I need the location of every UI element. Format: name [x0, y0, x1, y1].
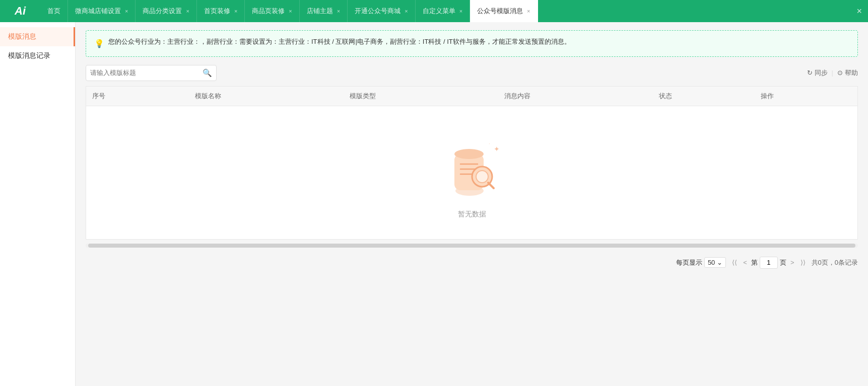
main-layout: 模版消息模版消息记录 💡 您的公众号行业为：主营行业：，副营行业：需要设置为：主…: [0, 22, 868, 386]
nav-tab-close-wechat-mall[interactable]: ×: [405, 8, 408, 14]
sync-button[interactable]: ↻ 同步: [807, 68, 828, 78]
search-input-wrap: 🔍: [86, 65, 217, 81]
nav-tab-category[interactable]: 商品分类设置×: [136, 0, 196, 22]
toolbar-divider: |: [832, 69, 833, 76]
empty-illustration: ✦ ·: [439, 136, 505, 202]
scrollbar-thumb[interactable]: [88, 244, 855, 248]
nav-tab-label: 店铺主题: [307, 7, 333, 16]
sidebar: 模版消息模版消息记录: [0, 22, 76, 386]
nav-tab-label: 开通公众号商城: [355, 7, 400, 16]
search-icon[interactable]: 🔍: [203, 68, 212, 78]
col-header-name: 模版名称: [189, 86, 344, 106]
nav-tab-template-msg[interactable]: 公众号模版消息×: [470, 0, 538, 22]
page-size-label: 每页显示: [676, 258, 702, 267]
content-area: 💡 您的公众号行业为：主营行业：，副营行业：需要设置为：主营行业：IT科技 / …: [76, 22, 868, 386]
nav-tab-wechat-mall[interactable]: 开通公众号商城×: [348, 0, 415, 22]
svg-text:✦: ✦: [494, 145, 500, 153]
nav-tab-homepage[interactable]: 首页装修×: [197, 0, 245, 22]
svg-point-7: [476, 171, 488, 183]
last-page-button[interactable]: ⟩⟩: [798, 258, 808, 267]
empty-row: ✦ · 暂无数据: [86, 106, 858, 239]
sync-icon: ↻: [807, 69, 813, 76]
close-all-button[interactable]: ×: [850, 0, 868, 22]
page-size-value: 50: [708, 259, 715, 266]
next-page-button[interactable]: >: [788, 258, 796, 267]
svg-text:·: ·: [489, 141, 490, 146]
notice-text: 您的公众号行业为：主营行业：，副营行业：需要设置为：主营行业：IT科技 / 互联…: [108, 37, 571, 47]
nav-tab-close-theme[interactable]: ×: [337, 8, 340, 14]
horizontal-scrollbar[interactable]: [86, 244, 858, 248]
page-size-arrow-icon: ⌄: [717, 259, 722, 266]
nav-tab-weshop[interactable]: 微商城店铺设置×: [68, 0, 136, 22]
sidebar-item-template-record[interactable]: 模版消息记录: [0, 46, 75, 65]
nav-tab-home[interactable]: 首页: [40, 0, 68, 22]
nav-tab-label: 首页装修: [204, 7, 230, 16]
total-info: 共0页，0条记录: [812, 258, 858, 267]
page-size-dropdown[interactable]: 50 ⌄: [704, 257, 726, 268]
nav-tab-close-product[interactable]: ×: [289, 8, 292, 14]
page-number-input[interactable]: [760, 257, 778, 269]
svg-point-2: [454, 149, 484, 159]
page-unit-label: 页: [780, 258, 786, 267]
data-table: 序号模版名称模版类型消息内容状态操作: [86, 86, 858, 240]
nav-tab-custom-menu[interactable]: 自定义菜单×: [416, 0, 470, 22]
nav-tab-close-category[interactable]: ×: [186, 8, 189, 14]
page-size-select: 每页显示 50 ⌄: [676, 257, 726, 268]
col-header-status: 状态: [653, 86, 755, 106]
empty-text: 暂无数据: [86, 210, 857, 219]
nav-tab-label: 商品分类设置: [143, 7, 182, 16]
nav-tab-label: 微商城店铺设置: [75, 7, 121, 16]
table-header-row: 序号模版名称模版类型消息内容状态操作: [86, 86, 858, 106]
col-header-index: 序号: [86, 86, 189, 106]
app-logo: Ai: [0, 0, 40, 22]
notice-box: 💡 您的公众号行业为：主营行业：，副营行业：需要设置为：主营行业：IT科技 / …: [86, 30, 858, 57]
search-row: 🔍 ↻ 同步 | ⊙ 帮助: [86, 65, 858, 81]
nav-tab-label: 公众号模版消息: [477, 7, 523, 16]
nav-tab-close-custom-menu[interactable]: ×: [459, 8, 462, 14]
col-header-content: 消息内容: [498, 86, 653, 106]
nav-tab-label: 商品页装修: [252, 7, 285, 16]
nav-tab-theme[interactable]: 店铺主题×: [300, 0, 348, 22]
col-header-action: 操作: [755, 86, 857, 106]
first-page-button[interactable]: ⟨⟨: [730, 258, 739, 267]
toolbar-right: ↻ 同步 | ⊙ 帮助: [807, 68, 858, 78]
page-nav: ⟨⟨ < 第 页 > ⟩⟩: [730, 257, 807, 269]
sidebar-item-template-message[interactable]: 模版消息: [0, 27, 75, 46]
help-button[interactable]: ⊙ 帮助: [837, 68, 858, 78]
empty-state: ✦ · 暂无数据: [86, 106, 857, 239]
nav-tab-close-weshop[interactable]: ×: [125, 8, 128, 14]
page-label: 第: [751, 258, 758, 267]
col-header-type: 模版类型: [344, 86, 498, 106]
help-icon: ⊙: [837, 69, 843, 76]
top-nav: Ai 首页微商城店铺设置×商品分类设置×首页装修×商品页装修×店铺主题×开通公众…: [0, 0, 868, 22]
prev-page-button[interactable]: <: [741, 258, 749, 267]
nav-tab-label: 首页: [47, 7, 60, 16]
nav-tab-product[interactable]: 商品页装修×: [245, 0, 299, 22]
nav-tab-label: 自定义菜单: [423, 7, 455, 16]
nav-tabs: 首页微商城店铺设置×商品分类设置×首页装修×商品页装修×店铺主题×开通公众号商城…: [40, 0, 850, 22]
notice-icon: 💡: [94, 37, 104, 50]
svg-line-8: [488, 183, 494, 188]
pagination-row: 每页显示 50 ⌄ ⟨⟨ < 第 页 > ⟩⟩ 共0页，0条记录: [86, 252, 858, 271]
nav-tab-close-homepage[interactable]: ×: [234, 8, 237, 14]
nav-tab-close-template-msg[interactable]: ×: [527, 8, 530, 14]
search-input[interactable]: [90, 69, 203, 76]
